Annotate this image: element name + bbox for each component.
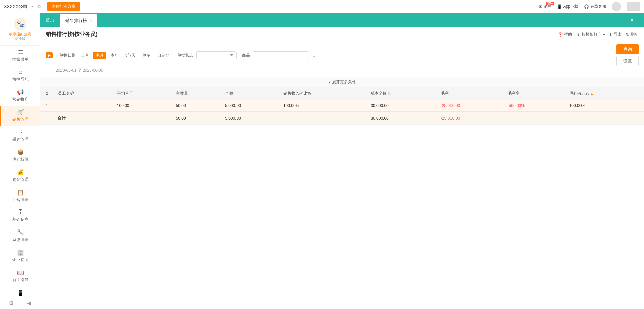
- status-label: 单据状态: [177, 53, 194, 58]
- th-gross-pct: 毛利占比% ▲: [565, 87, 644, 100]
- more-conditions-btn[interactable]: ...: [312, 53, 315, 58]
- date-tab-last-month[interactable]: 上月: [78, 52, 92, 59]
- th-gross-rate: 毛利率: [504, 87, 565, 100]
- company-name: XXXXX公司: [4, 4, 27, 10]
- date-tab-this-year[interactable]: 本年: [108, 52, 121, 59]
- basic-info-icon: 🗄: [18, 209, 23, 215]
- tab-bar: 首页 销售排行榜 × ✕ ⛶: [40, 13, 644, 27]
- sidebar-item-app-center[interactable]: 📱 应用中心: [0, 286, 40, 297]
- tab-sales-rank[interactable]: 销售排行榜 ×: [60, 14, 97, 28]
- date-tabs: 上月 本月 本年 近7天 更多 自定义: [78, 52, 172, 59]
- sidebar-item-inventory[interactable]: 📦 库存核算: [0, 146, 40, 166]
- sidebar-item-marketing[interactable]: 📢 营销推广: [0, 86, 40, 106]
- sidebar-item-sales[interactable]: 🛒 销售管理: [0, 106, 40, 126]
- logo-sub: 标准版: [15, 37, 25, 41]
- cell-cost: 30,000.00: [367, 100, 436, 112]
- dropdown-icon[interactable]: ▾: [31, 5, 33, 8]
- sidebar-item-basic-info[interactable]: 🗄 基础信息: [0, 206, 40, 226]
- set-button[interactable]: 设置: [616, 56, 639, 66]
- page-title: 销售排行榜(按业务员): [46, 31, 98, 38]
- expand-conditions-btn[interactable]: ▾ 展开更多条件: [329, 79, 356, 85]
- marketing-icon: 📢: [17, 89, 24, 95]
- logo-svg: 🐾: [13, 17, 27, 31]
- bottom-settings-icon[interactable]: ⚙: [9, 300, 14, 306]
- sidebar-item-label: 资金管理: [12, 177, 29, 183]
- avatar[interactable]: [612, 2, 621, 11]
- guide-icon: 📖: [17, 269, 24, 276]
- app-icon: 📱: [557, 4, 562, 9]
- help-icon: ❓: [558, 32, 563, 37]
- purchase-icon: 🛍: [18, 129, 23, 135]
- sidebar-item-label: 基础信息: [12, 217, 29, 222]
- refresh-button[interactable]: ↻ 刷新: [626, 32, 639, 37]
- sidebar-item-quick-nav[interactable]: ⌂ 快捷导航: [0, 66, 40, 86]
- date-tab-7days[interactable]: 近7天: [123, 52, 138, 59]
- enterprise-icon: 🏢: [17, 249, 24, 256]
- sidebar-logo: 🐾 畅康通好生意 标准版: [0, 13, 40, 46]
- home-tab-label: 首页: [46, 17, 54, 23]
- footer-gross-pct: [565, 112, 644, 125]
- expand-chevron-icon: ▾: [329, 80, 331, 85]
- sidebar-item-label: 系统管理: [12, 237, 29, 243]
- inventory-icon: 📦: [17, 149, 24, 155]
- refresh-label: 刷新: [631, 32, 639, 37]
- export-icon: ⬇: [609, 32, 612, 37]
- query-set-wrap: 查询 设置: [616, 44, 639, 66]
- sidebar-item-label: 营销推广: [12, 97, 29, 102]
- sidebar-item-label: 销售管理: [12, 117, 29, 122]
- tab-home[interactable]: 首页: [40, 13, 60, 27]
- footer-avg-price: [113, 112, 172, 125]
- sidebar-nav: ☰ 搜索菜单 ⌂ 快捷导航 📢 营销推广 🛒 销售管理 🛍 采购管理 📦 库: [0, 46, 40, 297]
- status-select-wrap: [196, 51, 237, 59]
- sidebar-item-operations[interactable]: 📋 经营管理: [0, 186, 40, 206]
- collapse-icon[interactable]: ◀: [27, 300, 31, 306]
- page-header: 销售排行榜(按业务员) ❓ 帮助 🖨 按模板打印 ▾ ⬇ 导出: [40, 27, 644, 41]
- query-button[interactable]: 查询: [616, 44, 639, 54]
- sidebar-item-guide[interactable]: 📖 新手引导: [0, 266, 40, 286]
- tab-close-icon[interactable]: ×: [90, 18, 92, 23]
- help-button[interactable]: ❓ 帮助: [558, 32, 572, 37]
- message-badge: 99+: [546, 2, 554, 5]
- footer-qty: 50.00: [172, 112, 221, 125]
- online-service-label: 在线客服: [590, 4, 606, 9]
- cell-gross-pct: 100.00%: [565, 100, 644, 112]
- message-item[interactable]: ✉ 消息 99+: [539, 4, 552, 9]
- gross-pct-sort-icon[interactable]: ▲: [590, 92, 594, 95]
- date-tab-custom[interactable]: 自定义: [155, 52, 172, 59]
- tab-expand-window[interactable]: ⛶: [637, 17, 641, 23]
- tab-close-window[interactable]: ✕: [630, 17, 634, 23]
- app-download-item[interactable]: 📱 App下载: [557, 4, 578, 9]
- sidebar-item-purchase[interactable]: 🛍 采购管理: [0, 126, 40, 146]
- sidebar-item-enterprise[interactable]: 🏢 企业协同: [0, 246, 40, 266]
- th-gross: 毛利: [437, 87, 504, 100]
- expand-icon-btn[interactable]: ▶: [46, 52, 53, 58]
- user-name[interactable]: [627, 2, 640, 11]
- logo-name: 畅康通好生意: [9, 32, 31, 37]
- system-icon: 🔧: [17, 229, 24, 236]
- th-sales-pct: 销售收入占比%: [279, 87, 367, 100]
- print-button[interactable]: 🖨 按模板打印 ▾: [576, 32, 605, 37]
- refresh-icon: ↻: [626, 32, 629, 37]
- footer-amount: 5,000.00: [221, 112, 279, 125]
- sidebar-item-label: 企业协同: [12, 257, 29, 263]
- date-tab-more[interactable]: 更多: [140, 52, 153, 59]
- sidebar-item-search-order[interactable]: ☰ 搜索菜单: [0, 46, 40, 66]
- column-settings-icon[interactable]: ⚙: [45, 91, 49, 96]
- expand-arrow[interactable]: ▶: [46, 52, 53, 58]
- settings-icon[interactable]: ⚙: [37, 4, 41, 9]
- sidebar-item-system[interactable]: 🔧 系统管理: [0, 226, 40, 246]
- status-filter: 单据状态: [177, 51, 237, 59]
- tab-label: 销售排行榜: [65, 18, 87, 24]
- online-service-item[interactable]: 🎧 在线客服: [584, 4, 606, 9]
- tab-right-actions: ✕ ⛶: [630, 17, 644, 23]
- goods-input[interactable]: [253, 51, 309, 59]
- date-tab-this-month[interactable]: 本月: [93, 52, 106, 59]
- cell-gross-rate: -500.00%: [504, 100, 565, 112]
- export-button[interactable]: ⬇ 导出: [609, 32, 622, 37]
- trial-button[interactable]: 体验行业方案: [47, 2, 80, 11]
- status-select[interactable]: [196, 51, 237, 59]
- sidebar-item-finance[interactable]: 💰 资金管理: [0, 166, 40, 186]
- cell-gross: -25,000.00: [437, 100, 504, 112]
- date-filter: 单据日期 上月 本月 本年 近7天 更多 自定义: [59, 52, 172, 59]
- print-dropdown-icon[interactable]: ▾: [603, 32, 605, 37]
